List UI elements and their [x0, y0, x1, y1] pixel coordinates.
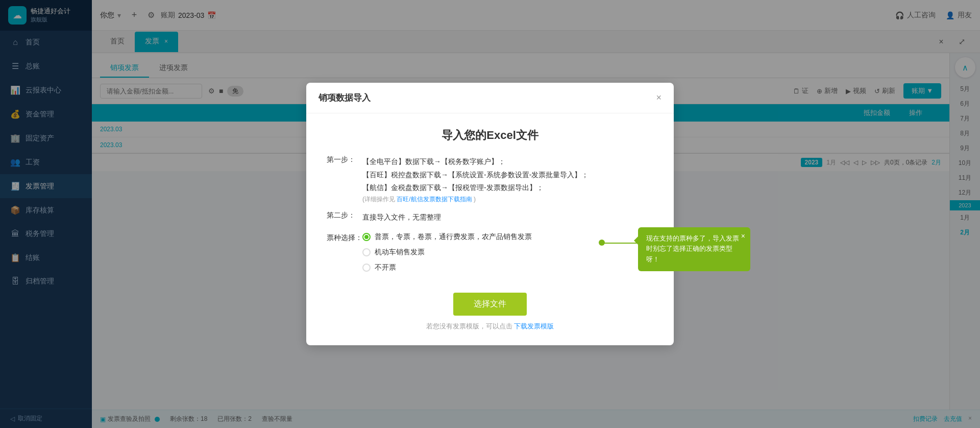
- radio-motor[interactable]: 机动车销售发票: [362, 248, 532, 257]
- step1-content: 【全电平台】数据下载→【税务数字账户】； 【百旺】税控盘数据下载→【系统设置-系…: [362, 155, 589, 205]
- tooltip-line: [602, 243, 637, 244]
- ticket-options: 普票，专票，卷票，通行费发票，农产品销售发票 机动车销售发票 不开票: [362, 232, 532, 272]
- radio-circle-normal: [362, 233, 371, 241]
- radio-circle-none: [362, 264, 371, 272]
- step1-line2: 【百旺】税控盘数据下载→【系统设置-系统参数设置-发票批量导入】；: [362, 169, 589, 181]
- tooltip-close-btn[interactable]: ×: [741, 230, 745, 242]
- step2-row: 第二步： 直接导入文件，无需整理: [327, 211, 653, 224]
- guide-link[interactable]: 百旺/航信发票数据下载指南: [397, 196, 472, 203]
- radio-none[interactable]: 不开票: [362, 263, 532, 272]
- step2-content: 直接导入文件，无需整理: [362, 211, 441, 224]
- modal-body: 导入您的Excel文件 第一步： 【全电平台】数据下载→【税务数字账户】； 【百…: [306, 113, 674, 292]
- import-modal: 销项数据导入 × 导入您的Excel文件 第一步： 【全电平台】数据下载→【税务…: [306, 83, 674, 345]
- ticket-label: 票种选择：: [327, 232, 362, 243]
- step1-line3: 【航信】金税盘数据下载→【报税管理-发票数据导出】；: [362, 181, 589, 194]
- modal-title: 销项数据导入: [318, 92, 371, 104]
- step2-label: 第二步：: [327, 211, 362, 224]
- step1-hint: (详细操作见 百旺/航信发票数据下载指南 ): [362, 194, 589, 205]
- modal-header: 销项数据导入 ×: [306, 83, 674, 113]
- modal-big-title: 导入您的Excel文件: [327, 128, 653, 143]
- select-file-button[interactable]: 选择文件: [453, 293, 527, 316]
- modal-footer: 选择文件 若您没有发票模版，可以点击 下载发票模版: [306, 293, 674, 345]
- step1-row: 第一步： 【全电平台】数据下载→【税务数字账户】； 【百旺】税控盘数据下载→【系…: [327, 155, 653, 205]
- ticket-selection-row: 票种选择： 普票，专票，卷票，通行费发票，农产品销售发票 机动车销售发票: [327, 232, 653, 272]
- tooltip-container: × 现在支持的票种多了，导入发票时别忘了选择正确的发票类型呀！: [638, 227, 750, 271]
- tooltip-bubble: × 现在支持的票种多了，导入发票时别忘了选择正确的发票类型呀！: [638, 227, 750, 271]
- radio-dot-normal: [364, 235, 369, 239]
- modal-overlay: 销项数据导入 × 导入您的Excel文件 第一步： 【全电平台】数据下载→【税务…: [0, 0, 980, 428]
- tooltip-dot: [599, 240, 605, 246]
- modal-close-button[interactable]: ×: [656, 92, 662, 103]
- tooltip-text: 现在支持的票种多了，导入发票时别忘了选择正确的发票类型呀！: [646, 234, 739, 264]
- step1-line1: 【全电平台】数据下载→【税务数字账户】；: [362, 155, 589, 168]
- radio-normal[interactable]: 普票，专票，卷票，通行费发票，农产品销售发票: [362, 232, 532, 242]
- step1-label: 第一步：: [327, 155, 362, 205]
- download-template-link[interactable]: 下载发票模版: [514, 322, 554, 330]
- radio-circle-motor: [362, 248, 371, 256]
- download-hint: 若您没有发票模版，可以点击 下载发票模版: [426, 322, 554, 331]
